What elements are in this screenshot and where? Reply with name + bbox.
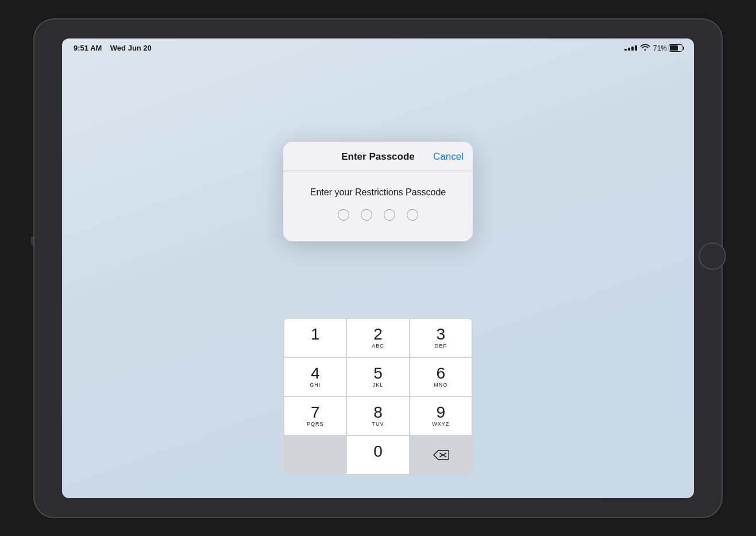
key-9[interactable]: 9 WXYZ xyxy=(410,397,472,435)
dialog-header: Enter Passcode Cancel xyxy=(283,142,473,171)
battery-percent: 71% xyxy=(653,44,667,52)
passcode-dot-2 xyxy=(361,209,372,221)
key-1[interactable]: 1 xyxy=(284,319,346,357)
passcode-dot-4 xyxy=(407,209,418,221)
numpad-grid: 1 2 ABC 3 DEF 4 GHI 5 JKL xyxy=(284,319,472,435)
dialog-title: Enter Passcode xyxy=(341,151,415,163)
status-right: 71% xyxy=(624,44,682,52)
dialog-subtitle: Enter your Restrictions Passcode xyxy=(310,187,446,198)
numpad-bottom-row: 0 xyxy=(284,436,472,474)
dialog-body: Enter your Restrictions Passcode xyxy=(283,171,473,241)
status-time: 9:51 AM Wed Jun 20 xyxy=(74,44,152,52)
numpad: 1 2 ABC 3 DEF 4 GHI 5 JKL xyxy=(283,318,473,475)
key-0[interactable]: 0 xyxy=(347,436,408,474)
signal-icon xyxy=(624,45,637,51)
delete-icon xyxy=(433,449,449,461)
key-4[interactable]: 4 GHI xyxy=(284,358,346,396)
cancel-button[interactable]: Cancel xyxy=(433,151,464,163)
delete-button[interactable] xyxy=(410,436,472,474)
passcode-dialog: Enter Passcode Cancel Enter your Restric… xyxy=(283,142,473,241)
key-6[interactable]: 6 MNO xyxy=(410,358,472,396)
key-7[interactable]: 7 PQRS xyxy=(284,397,346,435)
numpad-empty-left xyxy=(284,436,346,474)
screen: 9:51 AM Wed Jun 20 xyxy=(62,38,694,498)
battery-icon xyxy=(669,44,682,52)
key-8[interactable]: 8 TUV xyxy=(347,397,408,435)
home-button[interactable] xyxy=(699,242,726,270)
side-button-left xyxy=(31,237,33,245)
battery-indicator: 71% xyxy=(653,44,682,52)
wifi-icon xyxy=(641,44,650,52)
key-3[interactable]: 3 DEF xyxy=(410,319,472,357)
key-2[interactable]: 2 ABC xyxy=(347,319,408,357)
passcode-dot-3 xyxy=(384,209,395,221)
passcode-dots xyxy=(338,209,418,221)
passcode-dot-1 xyxy=(338,209,349,221)
key-5[interactable]: 5 JKL xyxy=(347,358,408,396)
device-frame: 9:51 AM Wed Jun 20 xyxy=(33,18,723,518)
status-bar: 9:51 AM Wed Jun 20 xyxy=(62,38,694,58)
